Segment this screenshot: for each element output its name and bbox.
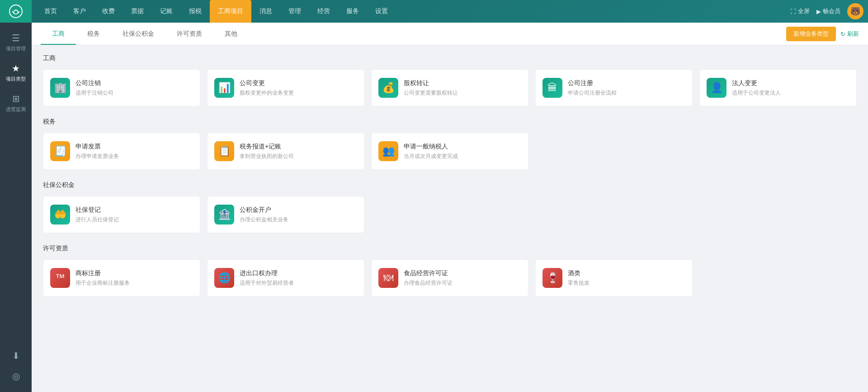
card-公积金开户[interactable]: 🏦公积金开户办理公积金相关业务 [207, 196, 364, 233]
new-type-button[interactable]: 新增业务类型 [786, 27, 836, 41]
tab-税务[interactable]: 税务 [76, 24, 111, 45]
tabs-container: 工商税务社保公积金许可资质其他 [41, 23, 249, 45]
card-公司注销[interactable]: 🏢公司注销适用于注销公司 [43, 69, 200, 106]
card-title-text: 酒类 [568, 269, 685, 277]
card-申请发票[interactable]: 🧾申请发票办理申请发票业务 [43, 133, 200, 170]
nav-item-经营[interactable]: 经营 [309, 0, 338, 23]
main-layout: ☰项目管理★项目类型⊞进度监测⬇◎ 工商税务社保公积金许可资质其他 新增业务类型… [0, 23, 868, 392]
card-title-text: 食品经营许可证 [404, 269, 521, 277]
avatar[interactable]: 🐻 [847, 3, 863, 19]
card-icon-申请发票: 🧾 [50, 141, 70, 161]
sidebar: ☰项目管理★项目类型⊞进度监测⬇◎ [0, 23, 32, 392]
card-desc-text: 办理申请发票业务 [75, 153, 193, 160]
card-酒类[interactable]: 🍷酒类零售批发 [535, 259, 693, 296]
card-info-公司变更: 公司变更股权变更外的业务变更 [240, 79, 357, 97]
nav-item-记账[interactable]: 记账 [152, 0, 181, 23]
card-desc-text: 拿到营业执照的新公司 [240, 153, 357, 160]
card-icon-食品经营许可证: 🍽 [378, 268, 398, 288]
card-desc-text: 进行人员社保登记 [75, 216, 193, 224]
card-title-text: 公司注册 [568, 79, 685, 87]
card-公司变更[interactable]: 📊公司变更股权变更外的业务变更 [207, 69, 364, 106]
card-desc-text: 零售批发 [568, 279, 685, 287]
card-税务报道+记账[interactable]: 📋税务报道+记账拿到营业执照的新公司 [207, 133, 364, 170]
card-title-text: 公司注销 [75, 79, 193, 87]
cards-grid-工商: 🏢公司注销适用于注销公司📊公司变更股权变更外的业务变更💰股权转让公司变更需要股权… [43, 69, 857, 106]
card-食品经营许可证[interactable]: 🍽食品经营许可证办理食品经营许可证 [371, 259, 528, 296]
card-desc-text: 申请公司注册全流程 [568, 89, 685, 97]
refresh-button[interactable]: ↻ 刷新 [840, 30, 859, 38]
sidebar-item-项目管理[interactable]: ☰项目管理 [0, 27, 32, 57]
card-desc-text: 适用于公司变更法人 [732, 89, 849, 97]
sidebar-bottom-download[interactable]: ⬇ [0, 347, 32, 365]
tab-许可资质[interactable]: 许可资质 [165, 24, 213, 45]
card-desc-text: 当月或次月成变更完成 [404, 153, 521, 160]
nav-item-服务[interactable]: 服务 [338, 0, 367, 23]
card-社保登记[interactable]: 🤲社保登记进行人员社保登记 [43, 196, 200, 233]
logo[interactable] [0, 0, 32, 23]
card-title-text: 社保登记 [75, 206, 193, 214]
nav-item-首页[interactable]: 首页 [36, 0, 65, 23]
card-商标注册[interactable]: ™商标注册用于企业商标注册服务 [43, 259, 200, 296]
section-许可资质: 许可资质™商标注册用于企业商标注册服务🌐进出口权办理适用于对外贸易经营者🍽食品经… [43, 244, 857, 296]
card-info-社保登记: 社保登记进行人员社保登记 [75, 206, 193, 224]
card-申请一般纳税人[interactable]: 👥申请一般纳税人当月或次月成变更完成 [371, 133, 528, 170]
card-info-申请一般纳税人: 申请一般纳税人当月或次月成变更完成 [404, 143, 521, 160]
card-title-text: 公积金开户 [240, 206, 357, 214]
card-desc-text: 办理食品经营许可证 [404, 279, 521, 287]
nav-item-客户[interactable]: 客户 [65, 0, 94, 23]
scrollable-content: 工商🏢公司注销适用于注销公司📊公司变更股权变更外的业务变更💰股权转让公司变更需要… [32, 45, 868, 392]
card-info-公司注销: 公司注销适用于注销公司 [75, 79, 193, 97]
section-title-社保公积金: 社保公积金 [43, 181, 857, 189]
card-title-text: 进出口权办理 [240, 269, 357, 277]
sidebar-bottom-settings[interactable]: ◎ [0, 367, 32, 385]
nav-item-收费[interactable]: 收费 [94, 0, 123, 23]
card-info-申请发票: 申请发票办理申请发票业务 [75, 143, 193, 160]
sidebar-label-进度监测: 进度监测 [6, 106, 26, 113]
card-股权转让[interactable]: 💰股权转让公司变更需要股权转让 [371, 69, 528, 106]
tab-工商[interactable]: 工商 [41, 24, 76, 45]
cards-grid-许可资质: ™商标注册用于企业商标注册服务🌐进出口权办理适用于对外贸易经营者🍽食品经营许可证… [43, 259, 857, 296]
tabs-bar-right: 新增业务类型 ↻ 刷新 [786, 27, 859, 45]
tab-社保公积金[interactable]: 社保公积金 [111, 24, 165, 45]
cards-grid-社保公积金: 🤲社保登记进行人员社保登记🏦公积金开户办理公积金相关业务 [43, 196, 857, 233]
card-icon-公司注册: 🏛 [542, 78, 562, 98]
nav-right: ⛶ 全屏 ▶ 畅会员 🐻 [790, 3, 868, 19]
card-icon-申请一般纳税人: 👥 [378, 141, 398, 161]
tabs-bar: 工商税务社保公积金许可资质其他 新增业务类型 ↻ 刷新 [32, 23, 868, 45]
nav-item-消息[interactable]: 消息 [251, 0, 280, 23]
card-title-text: 申请发票 [75, 143, 193, 151]
section-社保公积金: 社保公积金🤲社保登记进行人员社保登记🏦公积金开户办理公积金相关业务 [43, 181, 857, 233]
card-info-酒类: 酒类零售批发 [568, 269, 685, 287]
section-税务: 税务🧾申请发票办理申请发票业务📋税务报道+记账拿到营业执照的新公司👥申请一般纳税… [43, 118, 857, 170]
card-title-text: 法人变更 [732, 79, 849, 87]
nav-item-报税[interactable]: 报税 [181, 0, 210, 23]
nav-item-工商项目[interactable]: 工商项目 [210, 0, 251, 23]
logo-icon [9, 4, 23, 19]
fullscreen-btn[interactable]: ⛶ 全屏 [790, 7, 810, 15]
top-nav: 首页客户收费票据记账报税工商项目消息管理经营服务设置 ⛶ 全屏 ▶ 畅会员 🐻 [0, 0, 868, 23]
card-icon-法人变更: 👤 [707, 78, 726, 98]
sidebar-item-进度监测[interactable]: ⊞进度监测 [0, 88, 32, 118]
card-desc-text: 股权变更外的业务变更 [240, 89, 357, 97]
card-icon-公司注销: 🏢 [50, 78, 70, 98]
card-info-法人变更: 法人变更适用于公司变更法人 [732, 79, 849, 97]
card-法人变更[interactable]: 👤法人变更适用于公司变更法人 [699, 69, 857, 106]
card-title-text: 税务报道+记账 [240, 143, 357, 151]
card-desc-text: 适用于对外贸易经营者 [240, 279, 357, 287]
nav-menu: 首页客户收费票据记账报税工商项目消息管理经营服务设置 [32, 0, 790, 23]
card-公司注册[interactable]: 🏛公司注册申请公司注册全流程 [535, 69, 693, 106]
sidebar-item-项目类型[interactable]: ★项目类型 [0, 57, 32, 88]
card-info-商标注册: 商标注册用于企业商标注册服务 [75, 269, 193, 287]
card-title-text: 商标注册 [75, 269, 193, 277]
vip-icon: ▶ [816, 8, 821, 15]
tab-其他[interactable]: 其他 [213, 24, 249, 45]
card-desc-text: 用于企业商标注册服务 [75, 279, 193, 287]
nav-item-票据[interactable]: 票据 [123, 0, 152, 23]
vip-btn[interactable]: ▶ 畅会员 [816, 7, 840, 15]
card-icon-股权转让: 💰 [378, 78, 398, 98]
nav-item-管理[interactable]: 管理 [280, 0, 309, 23]
refresh-icon: ↻ [840, 31, 845, 38]
card-进出口权办理[interactable]: 🌐进出口权办理适用于对外贸易经营者 [207, 259, 364, 296]
card-icon-商标注册: ™ [50, 268, 70, 288]
nav-item-设置[interactable]: 设置 [367, 0, 396, 23]
